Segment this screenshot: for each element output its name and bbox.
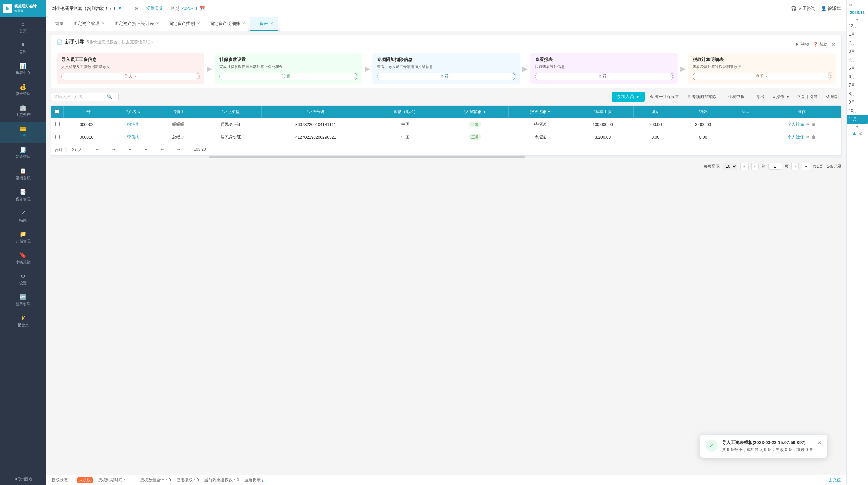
tab-asset-detail-close[interactable]: ✕ — [242, 21, 245, 26]
cal-month-6[interactable]: 6月 — [847, 73, 868, 81]
tax-report-btn[interactable]: □ 个税申报 — [722, 93, 747, 101]
app-name: 畅捷通好会计 — [14, 4, 37, 8]
sidebar-item-tax[interactable]: 📑 税务管理 — [0, 185, 46, 206]
cal-up-icon[interactable]: ▲ — [852, 130, 857, 136]
step1-btn[interactable]: 导入＞ — [61, 73, 200, 80]
row-action-delete-1[interactable]: 🗑 — [812, 122, 816, 127]
cal-month-8[interactable]: 8月 — [847, 90, 868, 98]
first-page-btn[interactable]: « — [740, 163, 749, 170]
row-action-social-2[interactable]: 个人社保 — [788, 135, 804, 139]
expiry-label: 授权到期时间：—— — [98, 477, 135, 483]
sidebar-item-ledger[interactable]: ≡ 总账 — [0, 38, 46, 58]
cal-month-1[interactable]: 1月 — [847, 30, 868, 39]
sidebar-item-archive[interactable]: 📁 归档管理 — [0, 227, 46, 248]
cal-month-4[interactable]: 4月 — [847, 56, 868, 64]
sidebar-item-member[interactable]: V 畅会员 — [0, 311, 46, 332]
sidebar-item-trade[interactable]: 📋 进销台账 — [0, 164, 46, 185]
sidebar-item-reports[interactable]: 📊 报表中心 — [0, 58, 46, 79]
sidebar-label-trade: 进销台账 — [16, 175, 31, 181]
page-input[interactable] — [768, 163, 782, 170]
tab-fixed-assets-close[interactable]: ✕ — [102, 21, 105, 26]
account-selector[interactable]: 刘小艳演示账套（勿删勿动！）1 ▼ — [52, 5, 122, 12]
total-count: 合计 共（2）人 — [55, 147, 82, 153]
cal-month-2[interactable]: 2月 — [847, 39, 868, 47]
row-action-social-1[interactable]: 个人社保 — [788, 122, 804, 127]
search-input[interactable] — [54, 94, 105, 99]
row-name-1[interactable]: 徐泽华 — [127, 122, 139, 127]
upgrade-link[interactable]: 去充值 — [829, 477, 841, 483]
switch-version-btn[interactable]: 切到旧版 — [143, 4, 166, 13]
invoice-icon: 🧾 — [20, 147, 26, 153]
operations-btn[interactable]: ≡ 操作 ▼ — [770, 93, 792, 101]
cal-month-11[interactable]: 11月 — [847, 115, 868, 124]
sidebar-item-home[interactable]: ⌂ 首页 — [0, 17, 46, 38]
service-btn[interactable]: 🎧 人工咨询 — [791, 5, 815, 12]
export-btn[interactable]: ↑ 导出 — [750, 93, 767, 101]
row-action-delete-2[interactable]: 🗑 — [812, 135, 816, 139]
cal-month-3[interactable]: 3月 — [847, 47, 868, 56]
sidebar-item-settings[interactable]: ⚙ 设置 — [0, 269, 46, 290]
horizontal-scrollbar[interactable] — [51, 156, 842, 158]
settings-btn[interactable]: ⚙ — [134, 6, 139, 11]
row-action-edit-2[interactable]: ✏ — [806, 135, 810, 139]
cal-prev-icon[interactable]: ▲ — [855, 17, 859, 21]
cal-gear-icon[interactable]: ⚙ — [859, 131, 863, 136]
step2-btn[interactable]: 设置＞ — [219, 73, 358, 80]
sidebar-label-salary: 工资 — [19, 133, 27, 138]
select-all-checkbox[interactable] — [55, 109, 59, 114]
add-person-btn[interactable]: 添加人员 ▼ — [612, 92, 645, 102]
row-action-edit-1[interactable]: ✏ — [806, 122, 810, 127]
sidebar-item-salary[interactable]: 💳 工资 — [0, 122, 46, 143]
tab-depreciation-close[interactable]: ✕ — [156, 21, 159, 26]
prev-page-btn[interactable]: ‹ — [751, 163, 759, 170]
row-checkbox-1[interactable] — [55, 122, 60, 126]
per-page-select[interactable]: 10 20 50 — [723, 163, 737, 170]
guide-help-btn[interactable]: ❓ 帮助 — [813, 42, 827, 48]
guide-video-btn[interactable]: ▶ 视频 — [795, 42, 809, 48]
used-auth-label: 已用授权：0 — [176, 477, 199, 483]
sidebar-item-invoice[interactable]: 🧾 发票管理 — [0, 143, 46, 164]
last-page-btn[interactable]: » — [802, 163, 810, 170]
sidebar-item-guide[interactable]: 🆕 新手引导 — [0, 290, 46, 311]
step4-btn[interactable]: 查看＞ — [535, 73, 673, 80]
step5-btn[interactable]: 查看＞ — [693, 73, 831, 80]
tab-asset-category-close[interactable]: ✕ — [197, 21, 200, 26]
sidebar-item-close[interactable]: ✔ 结账 — [0, 206, 46, 227]
row-status-1: 正常 — [469, 122, 481, 127]
guide-close-btn[interactable]: ✕ — [831, 41, 836, 48]
next-page-btn[interactable]: › — [791, 163, 799, 170]
row-name-2[interactable]: 李俊杰 — [127, 135, 139, 139]
special-deduction-btn[interactable]: ⊕ 专项附加扣除 — [685, 93, 719, 101]
tab-asset-detail[interactable]: 固定资产明细账 ✕ — [205, 17, 250, 31]
step3-btn[interactable]: 查看＞ — [377, 73, 515, 80]
refresh-btn[interactable]: ↺ 刷新 — [823, 93, 842, 101]
tab-depreciation[interactable]: 固定资产折旧统计表 ✕ — [110, 17, 164, 31]
cal-month-12[interactable]: 12月 — [847, 22, 868, 30]
cal-month-10[interactable]: 10月 — [847, 107, 868, 115]
tab-salary[interactable]: 工资表 ✕ — [250, 17, 278, 31]
cal-next-icon[interactable]: ▼ — [855, 124, 860, 129]
cal-month-7[interactable]: 7月 — [847, 81, 868, 90]
per-page-label: 每页显示 — [704, 164, 720, 169]
add-account-btn[interactable]: ＋ — [126, 5, 132, 12]
search-icon[interactable]: 🔍 — [107, 94, 112, 99]
user-profile[interactable]: 👤 徐泽华 — [821, 5, 841, 12]
tab-fixed-assets[interactable]: 固定资产管理 ✕ — [68, 17, 110, 31]
cal-month-9[interactable]: 9月 — [847, 98, 868, 107]
toast-close-btn[interactable]: ✕ — [817, 440, 822, 446]
sidebar-collapse-btn[interactable]: ◀取消固定 — [0, 473, 46, 485]
sidebar-item-funds[interactable]: 💰 资金管理 — [0, 79, 46, 100]
search-input-wrap: 🔍 — [51, 93, 119, 101]
cal-month-5[interactable]: 5月 — [847, 64, 868, 73]
guide-toolbar-btn[interactable]: ? 新手引导 — [795, 93, 821, 101]
row-checkbox-2[interactable] — [55, 135, 60, 139]
calendar-icon[interactable]: 📅 — [200, 6, 205, 11]
tab-asset-category[interactable]: 固定资产类别 ✕ — [164, 17, 205, 31]
row-nationality-2: 中国 — [370, 131, 441, 144]
tab-salary-close[interactable]: ✕ — [270, 21, 273, 26]
sidebar-item-expense[interactable]: 🔖 小畅报销 — [0, 248, 46, 269]
sidebar-item-assets[interactable]: 🏢 固定资产 — [0, 100, 46, 122]
tab-home[interactable]: 首页 — [50, 17, 68, 31]
cal-collapse-icon[interactable]: ≫ — [849, 3, 853, 7]
social-security-btn[interactable]: ⊕ 统一社保设置 — [647, 93, 682, 101]
